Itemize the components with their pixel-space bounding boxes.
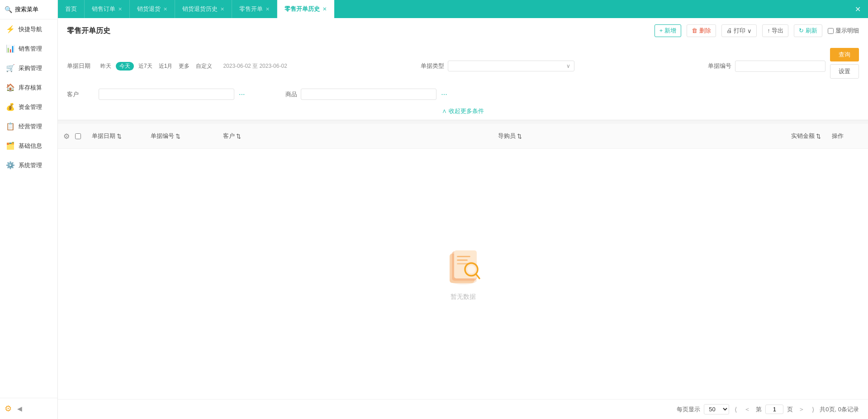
date-shortcut-custom[interactable]: 自定义	[194, 62, 214, 71]
delete-button[interactable]: 🗑 删除	[687, 24, 716, 37]
doc-type-arrow-icon: ∨	[566, 63, 570, 69]
sidebar-item-label: 系统管理	[19, 161, 42, 169]
refresh-button[interactable]: ↻ 刷新	[794, 24, 822, 37]
add-button[interactable]: + 新增	[655, 24, 681, 37]
sidebar-bottom: ⚙ ◀	[0, 398, 57, 419]
collapse-sidebar-icon[interactable]: ◀	[17, 405, 22, 412]
window-close-btn[interactable]: ✕	[855, 5, 861, 14]
search-icon: 🔍	[5, 6, 12, 13]
sidebar-item-finance[interactable]: 💰 资金管理	[0, 97, 57, 117]
tabbar-right: ✕	[855, 5, 868, 14]
sidebar-item-label: 采购管理	[19, 64, 42, 72]
col-header-guide[interactable]: 导购员 ⇅	[493, 127, 551, 145]
display-detail-toggle[interactable]: 显示明细	[828, 27, 859, 35]
sidebar-item-sys-mgmt[interactable]: ⚙️ 系统管理	[0, 155, 57, 175]
tab-home[interactable]: 首页	[58, 0, 85, 18]
date-shortcut-yesterday[interactable]: 昨天	[99, 62, 113, 71]
tab-home-label: 首页	[65, 5, 77, 13]
col-number-label: 单据编号	[151, 132, 174, 140]
sidebar-item-inventory[interactable]: 🏠 库存核算	[0, 78, 57, 97]
total-info: 共0页, 0条记录	[820, 405, 859, 414]
date-shortcut-7days[interactable]: 近7天	[137, 62, 154, 71]
print-button[interactable]: 🖨 打印 ∨	[721, 24, 757, 37]
tab-sales-order-label: 销售订单	[92, 5, 115, 13]
tab-sales-return-label: 销货退货	[137, 5, 161, 13]
col-amount-sort-icon: ⇅	[816, 133, 821, 140]
sidebar-item-base-info[interactable]: 🗂️ 基础信息	[0, 136, 57, 155]
product-input[interactable]	[301, 89, 436, 100]
filter-row-customer: 客户 ··· 商品 ···	[67, 89, 859, 100]
sidebar-item-ops-mgmt[interactable]: 📋 经营管理	[0, 117, 57, 136]
page-title-row: 零售开单历史 + 新增 🗑 删除 🖨 打印 ∨ ↑ 导出	[67, 24, 859, 37]
empty-state: 暂无数据	[58, 149, 868, 399]
refresh-btn-label: ↻ 刷新	[799, 27, 817, 35]
tab-retail-open[interactable]: 零售开单 ✕	[232, 0, 277, 18]
table-settings-icon[interactable]: ⚙	[63, 132, 70, 141]
tab-sales-return[interactable]: 销货退货 ✕	[130, 0, 175, 18]
table-container: ⚙ 单据日期 ⇅ 单据编号 ⇅ 客户 ⇅	[58, 124, 868, 399]
date-shortcut-today[interactable]: 今天	[116, 62, 134, 71]
sidebar-item-purchase-mgmt[interactable]: 🛒 采购管理	[0, 58, 57, 78]
tab-retail-open-close[interactable]: ✕	[266, 6, 270, 12]
collapse-more-btn[interactable]: ∧ 收起更多条件	[67, 104, 859, 120]
sidebar: 🔍 搜索菜单 ⚡ 快捷导航 📊 销售管理 🛒 采购管理 🏠 库存核算 💰 资金管…	[0, 0, 58, 419]
display-detail-checkbox[interactable]	[828, 28, 834, 34]
filter-settings-button[interactable]: 设置	[830, 64, 859, 79]
date-shortcut-more[interactable]: 更多	[177, 62, 191, 71]
col-header-amount[interactable]: 实销金额 ⇅	[551, 127, 826, 145]
tab-sales-order[interactable]: 销售订单 ✕	[85, 0, 130, 18]
doc-number-input[interactable]	[735, 61, 825, 72]
col-header-date[interactable]: 单据日期 ⇅	[86, 127, 145, 145]
doc-number-filter-label: 单据编号	[708, 62, 731, 70]
last-page-btn[interactable]: ⟩	[810, 405, 816, 414]
tab-sales-return-history-label: 销货退货历史	[182, 5, 218, 13]
tab-retail-history-close[interactable]: ✕	[323, 6, 327, 12]
content-area: 零售开单历史 + 新增 🗑 删除 🖨 打印 ∨ ↑ 导出	[58, 18, 868, 419]
product-filter-label: 商品	[285, 90, 297, 99]
date-range-text: 2023-06-02 至 2023-06-02	[223, 62, 287, 70]
customer-input[interactable]	[99, 89, 234, 100]
tab-sales-order-close[interactable]: ✕	[118, 6, 122, 12]
col-customer-sort-icon: ⇅	[236, 133, 241, 140]
tab-sales-return-history-close[interactable]: ✕	[220, 6, 224, 12]
sidebar-item-label: 销售管理	[19, 45, 42, 53]
main-area: 首页 销售订单 ✕ 销货退货 ✕ 销货退货历史 ✕ 零售开单 ✕ 零售开单历史 …	[58, 0, 868, 419]
sidebar-item-label: 快捷导航	[19, 25, 42, 33]
sales-icon: 📊	[6, 44, 15, 53]
settings-bottom-icon[interactable]: ⚙	[5, 404, 12, 414]
date-shortcut-1month[interactable]: 近1月	[157, 62, 175, 71]
table-select-all-checkbox[interactable]	[75, 133, 81, 139]
toolbar: + 新增 🗑 删除 🖨 打印 ∨ ↑ 导出 ↻ 刷新	[655, 24, 859, 37]
query-button[interactable]: 查询	[830, 48, 859, 61]
per-page-select[interactable]: 50 20 100 200	[704, 404, 729, 414]
next-page-btn[interactable]: ＞	[797, 405, 806, 414]
col-date-sort-icon: ⇅	[117, 133, 122, 140]
sidebar-item-sales-mgmt[interactable]: 📊 销售管理	[0, 39, 57, 58]
filter-area: 单据日期 昨天 今天 近7天 近1月 更多 自定义 2023-06-02 至 2…	[67, 43, 859, 120]
page-input[interactable]	[765, 405, 783, 414]
col-header-action: 操作	[826, 127, 863, 145]
col-header-customer[interactable]: 客户 ⇅	[218, 127, 493, 145]
sidebar-search[interactable]: 🔍 搜索菜单	[0, 0, 57, 19]
col-action-label: 操作	[832, 132, 844, 140]
empty-icon	[441, 247, 486, 287]
col-date-label: 单据日期	[92, 132, 115, 140]
sidebar-item-label: 资金管理	[19, 103, 42, 111]
col-header-number[interactable]: 单据编号 ⇅	[145, 127, 218, 145]
first-page-btn[interactable]: ⟨	[733, 405, 739, 414]
pagination: 每页显示 50 20 100 200 ⟨ ＜ 第 页 ＞ ⟩ 共0页, 0条记录	[58, 399, 868, 419]
customer-ellipsis-btn[interactable]: ···	[239, 90, 245, 99]
export-button[interactable]: ↑ 导出	[762, 24, 788, 37]
prev-page-btn[interactable]: ＜	[742, 405, 752, 414]
col-guide-sort-icon: ⇅	[517, 133, 522, 140]
tabbar: 首页 销售订单 ✕ 销货退货 ✕ 销货退货历史 ✕ 零售开单 ✕ 零售开单历史 …	[58, 0, 868, 18]
tab-retail-history[interactable]: 零售开单历史 ✕	[277, 0, 334, 18]
page-title: 零售开单历史	[67, 26, 110, 36]
tab-sales-return-history[interactable]: 销货退货历史 ✕	[175, 0, 232, 18]
tab-sales-return-close[interactable]: ✕	[163, 6, 167, 12]
per-page-label: 每页显示	[677, 405, 700, 414]
product-ellipsis-btn[interactable]: ···	[441, 90, 447, 99]
sidebar-item-quick-nav[interactable]: ⚡ 快捷导航	[0, 19, 57, 39]
doc-type-select[interactable]: ∨	[448, 61, 574, 71]
export-btn-label: ↑ 导出	[767, 27, 783, 35]
